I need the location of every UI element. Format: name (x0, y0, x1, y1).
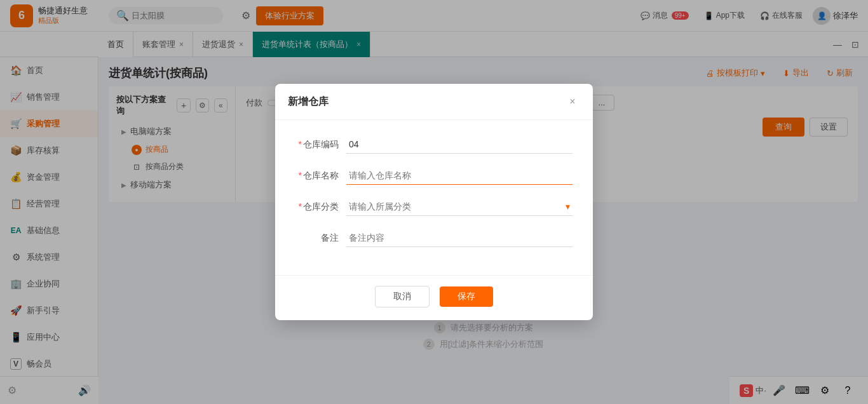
remark-input[interactable] (346, 229, 573, 247)
modal-title: 新增仓库 (288, 95, 329, 109)
name-input[interactable] (346, 166, 573, 185)
name-label: 仓库名称 (295, 170, 346, 182)
cancel-button[interactable]: 取消 (375, 286, 430, 307)
modal-close-button[interactable]: × (565, 94, 580, 109)
category-input[interactable] (349, 201, 566, 212)
save-button[interactable]: 保存 (440, 286, 493, 307)
category-select[interactable]: ▾ (346, 198, 573, 216)
modal-body: 仓库编码 仓库名称 仓库分类 ▾ 备注 (275, 120, 593, 275)
form-row-remark: 备注 (295, 229, 573, 247)
form-row-code: 仓库编码 (295, 135, 573, 154)
code-label: 仓库编码 (295, 139, 346, 151)
category-dropdown-icon: ▾ (566, 201, 570, 212)
code-input[interactable] (346, 135, 573, 154)
modal-header: 新增仓库 × (275, 84, 593, 120)
remark-label: 备注 (295, 232, 346, 244)
category-label: 仓库分类 (295, 201, 346, 213)
modal-footer: 取消 保存 (275, 275, 593, 320)
modal-overlay: 新增仓库 × 仓库编码 仓库名称 仓库分类 ▾ (0, 0, 868, 404)
new-warehouse-modal: 新增仓库 × 仓库编码 仓库名称 仓库分类 ▾ (275, 84, 593, 320)
form-row-category: 仓库分类 ▾ (295, 198, 573, 216)
form-row-name: 仓库名称 (295, 166, 573, 185)
